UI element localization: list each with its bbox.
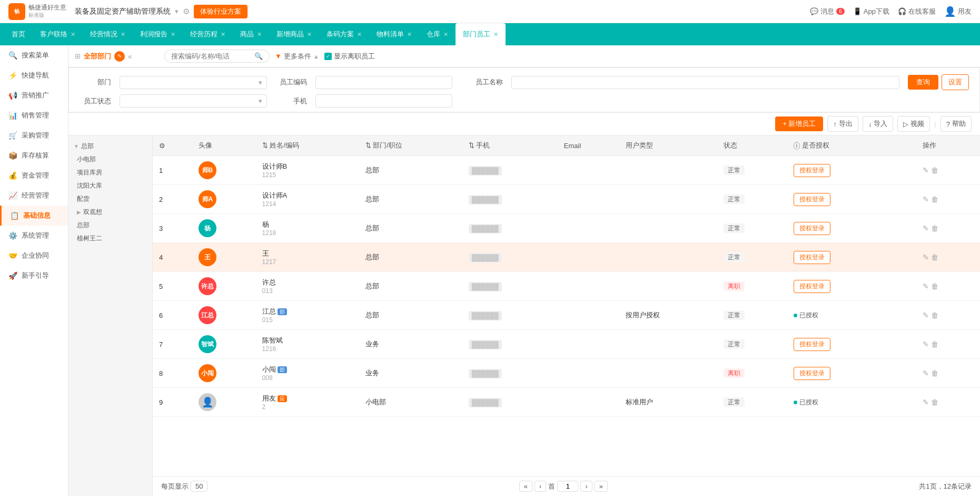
delete-btn[interactable]: 🗑 xyxy=(931,224,938,232)
first-page-btn[interactable]: « xyxy=(519,481,532,492)
query-btn[interactable]: 查询 xyxy=(908,75,938,90)
auth-btn[interactable]: 授权登录 xyxy=(794,338,830,351)
dept-node-shuang[interactable]: ▶ 双底想 xyxy=(68,206,152,219)
delete-btn[interactable]: 🗑 xyxy=(931,253,938,261)
service-btn[interactable]: 🎧 在线客服 xyxy=(898,7,936,16)
tab-barcode[interactable]: 条码方案✕ xyxy=(319,23,369,45)
auth-btn[interactable]: 授权登录 xyxy=(794,280,830,293)
search-input[interactable] xyxy=(171,52,251,60)
dropdown-icon[interactable]: ▾ xyxy=(175,7,179,15)
sidebar-item-basic[interactable]: 📋 基础信息 xyxy=(0,206,68,226)
msg-btn[interactable]: 💬 消息 6 xyxy=(810,7,845,16)
dept-node-shenyang[interactable]: 沈阳大库 xyxy=(68,179,152,192)
help-btn[interactable]: ? 帮助 xyxy=(941,116,972,132)
delete-btn[interactable]: 🗑 xyxy=(931,369,938,377)
try-btn[interactable]: 体验行业方案 xyxy=(194,5,248,18)
close-staff-icon[interactable]: ✕ xyxy=(493,31,498,38)
close-warehouse-icon[interactable]: ✕ xyxy=(443,31,448,38)
sidebar-item-inventory[interactable]: 📦 库存核算 xyxy=(0,145,68,166)
tab-bom[interactable]: 物料清单✕ xyxy=(369,23,419,45)
resign-checkbox[interactable]: ✓ xyxy=(324,53,332,60)
page-input[interactable] xyxy=(557,481,578,492)
close-operation-icon[interactable]: ✕ xyxy=(121,31,125,38)
emp-code-input[interactable] xyxy=(315,76,452,89)
close-profit-icon[interactable]: ✕ xyxy=(171,31,175,38)
set-btn[interactable]: 设置 xyxy=(942,74,969,90)
col-name[interactable]: ⇅ 姓名/编码 xyxy=(256,135,359,156)
edit-btn[interactable]: ✎ xyxy=(923,311,929,319)
auth-btn[interactable]: 授权登录 xyxy=(794,193,830,206)
tab-staff[interactable]: 部门员工✕ xyxy=(456,23,506,45)
auth-btn[interactable]: 授权登录 xyxy=(794,251,830,264)
dept-edit-icon[interactable]: ✎ xyxy=(114,51,125,62)
edit-btn[interactable]: ✎ xyxy=(923,340,929,348)
tab-warehouse[interactable]: 仓库✕ xyxy=(419,23,456,45)
sidebar-item-sales[interactable]: 📊 销售管理 xyxy=(0,105,68,125)
edit-btn[interactable]: ✎ xyxy=(923,166,929,174)
tab-customer[interactable]: 客户联络✕ xyxy=(33,23,83,45)
close-bom-icon[interactable]: ✕ xyxy=(407,31,412,38)
col-settings[interactable]: ⚙ xyxy=(153,135,192,156)
app-btn[interactable]: 📱 App下载 xyxy=(853,7,889,16)
delete-btn[interactable]: 🗑 xyxy=(931,311,938,319)
edit-btn[interactable]: ✎ xyxy=(923,369,929,377)
delete-btn[interactable]: 🗑 xyxy=(931,166,938,174)
edit-btn[interactable]: ✎ xyxy=(923,282,929,290)
tab-profit[interactable]: 利润报告✕ xyxy=(133,23,183,45)
last-page-btn[interactable]: » xyxy=(595,481,608,492)
close-history-icon[interactable]: ✕ xyxy=(221,31,225,38)
dept-node-zongbu[interactable]: 总部 xyxy=(68,219,152,232)
import-btn[interactable]: ↓ 导入 xyxy=(863,116,894,132)
emp-name-input[interactable] xyxy=(511,76,899,89)
delete-btn[interactable]: 🗑 xyxy=(931,340,938,348)
add-staff-btn[interactable]: + 新增员工 xyxy=(775,116,823,131)
tab-goods[interactable]: 商品✕ xyxy=(233,23,269,45)
per-page-value[interactable]: 50 xyxy=(191,481,207,492)
prev-page-btn[interactable]: ‹ xyxy=(534,481,546,492)
close-barcode-icon[interactable]: ✕ xyxy=(357,31,362,38)
dept-collapse-icon[interactable]: « xyxy=(128,52,132,61)
close-customer-icon[interactable]: ✕ xyxy=(71,31,75,38)
view-btn[interactable]: ▷ 视频 xyxy=(897,116,930,132)
dept-node-zhishu[interactable]: 植树王二 xyxy=(68,232,152,245)
show-resign-cb[interactable]: ✓ 显示离职员工 xyxy=(324,52,375,61)
delete-btn[interactable]: 🗑 xyxy=(931,282,938,290)
dept-select[interactable]: ▾ xyxy=(120,76,267,89)
next-page-btn[interactable]: › xyxy=(580,481,592,492)
sidebar-item-guide[interactable]: 🚀 新手引导 xyxy=(0,266,68,286)
sidebar-item-management[interactable]: 📈 经营管理 xyxy=(0,186,68,206)
delete-btn[interactable]: 🗑 xyxy=(931,398,938,406)
filter-btn[interactable]: ▼ 更多条件 ▲ xyxy=(275,52,319,61)
sidebar-item-search[interactable]: 🔍 搜索菜单 xyxy=(0,45,68,65)
sidebar-item-collab[interactable]: 🤝 企业协同 xyxy=(0,246,68,266)
sidebar-item-system[interactable]: ⚙️ 系统管理 xyxy=(0,226,68,246)
tab-home[interactable]: 首页 xyxy=(4,23,33,45)
dept-node-root[interactable]: ▼ 总部 xyxy=(68,140,152,153)
edit-btn[interactable]: ✎ xyxy=(923,253,929,261)
col-dept[interactable]: ⇅ 部门/职位 xyxy=(359,135,462,156)
close-goods-icon[interactable]: ✕ xyxy=(257,31,262,38)
emp-status-select[interactable]: ▾ xyxy=(120,94,267,108)
close-addgoods-icon[interactable]: ✕ xyxy=(307,31,312,38)
phone-input[interactable] xyxy=(315,94,452,108)
export-btn[interactable]: ↑ 导出 xyxy=(827,116,858,132)
sidebar-item-marketing[interactable]: 📢 营销推广 xyxy=(0,85,68,105)
sidebar-item-purchase[interactable]: 🛒 采购管理 xyxy=(0,125,68,145)
settings-icon[interactable]: ⚙ xyxy=(183,7,190,16)
dept-node-delivery[interactable]: 配货 xyxy=(68,192,152,206)
dept-node-xiaodian[interactable]: 小电部 xyxy=(68,153,152,166)
auth-btn[interactable]: 授权登录 xyxy=(794,222,830,235)
edit-btn[interactable]: ✎ xyxy=(923,398,929,406)
tab-addgoods[interactable]: 新增商品✕ xyxy=(269,23,319,45)
col-phone[interactable]: ⇅ 手机 xyxy=(462,135,558,156)
tab-history[interactable]: 经营历程✕ xyxy=(183,23,233,45)
edit-btn[interactable]: ✎ xyxy=(923,224,929,232)
sidebar-item-finance[interactable]: 💰 资金管理 xyxy=(0,166,68,186)
tab-operation[interactable]: 经营情况✕ xyxy=(83,23,133,45)
auth-btn[interactable]: 授权登录 xyxy=(794,164,830,177)
edit-btn[interactable]: ✎ xyxy=(923,195,929,203)
auth-btn[interactable]: 授权登录 xyxy=(794,367,830,380)
user-btn[interactable]: 👤 用友 xyxy=(944,6,972,17)
sidebar-item-nav[interactable]: ⚡ 快捷导航 xyxy=(0,65,68,85)
delete-btn[interactable]: 🗑 xyxy=(931,195,938,203)
